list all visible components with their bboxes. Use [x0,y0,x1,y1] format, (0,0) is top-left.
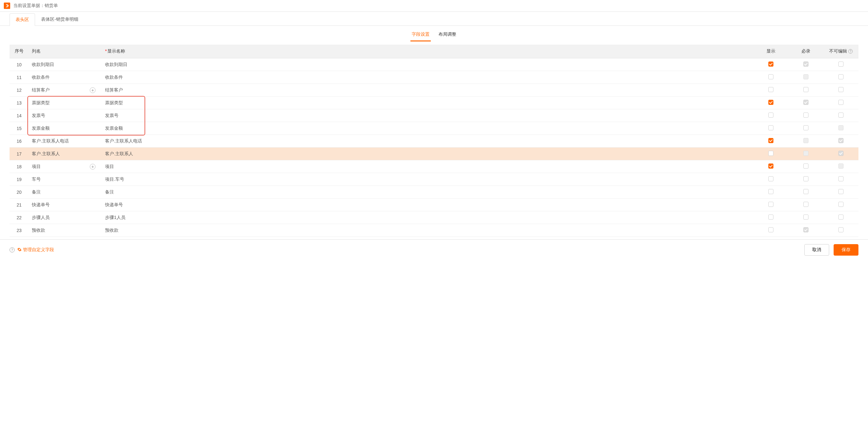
cell-display-name[interactable]: 预收款 [102,224,753,237]
checkbox-readonly[interactable] [838,74,843,79]
cell-display-name[interactable]: 结算客户 [102,84,753,96]
question-icon[interactable]: ? [9,247,14,252]
table-row: 10收款到期日收款到期日 [9,58,859,71]
cell-name: 收款到期日 [29,58,102,71]
manage-custom-fields-link[interactable]: 管理自定义字段 [17,247,54,253]
cell-display-name[interactable]: 票据类型 [102,96,753,109]
cell-required [788,211,824,224]
table-row: 19车号项目.车号 [9,173,859,186]
col-header-seq: 序号 [9,45,29,58]
checkbox-required[interactable] [803,214,808,220]
checkbox-show[interactable] [768,61,773,67]
checkbox-show[interactable] [768,125,773,131]
checkbox-required [803,151,808,156]
checkbox-required[interactable] [803,189,808,194]
checkbox-show[interactable] [768,74,773,79]
table-body: 10收款到期日收款到期日11收款条件收款条件12结算客户+结算客户13票据类型票… [9,58,859,237]
checkbox-readonly[interactable] [838,100,843,105]
cell-readonly [824,135,859,148]
cell-display-name[interactable]: 客户.主联系人 [102,148,753,160]
cell-seq: 23 [9,224,29,237]
outer-tabs: 表头区表体区-销货单明细 [0,13,868,26]
cell-name: 客户.主联系人电话 [29,135,102,148]
cell-required [788,109,824,122]
checkbox-readonly[interactable] [838,214,843,220]
cell-required [788,186,824,199]
cell-show [753,173,788,186]
col-header-show: 显示 [753,45,788,58]
cell-required [788,224,824,237]
table-row: 20备注备注 [9,186,859,199]
cell-readonly [824,96,859,109]
table-wrap: 序号 列名 *显示名称 显示 必录 不可编辑? 10收款到期日收款到期日11收款… [0,41,868,237]
cell-show [753,109,788,122]
add-sub-field-button[interactable]: + [90,87,95,93]
checkbox-required[interactable] [803,202,808,207]
cell-display-name[interactable]: 发票金额 [102,122,753,135]
checkbox-show[interactable] [768,164,773,169]
checkbox-show[interactable] [768,100,773,105]
cell-display-name[interactable]: 备注 [102,186,753,199]
cell-name: 备注 [29,186,102,199]
checkbox-show[interactable] [768,214,773,220]
cell-display-name[interactable]: 项目.车号 [102,173,753,186]
table-row: 16客户.主联系人电话客户.主联系人电话 [9,135,859,148]
cell-readonly [824,58,859,71]
sub-tab-1[interactable]: 布局调整 [437,30,458,41]
cell-display-name[interactable]: 项目 [102,160,753,173]
checkbox-readonly [838,125,843,131]
cell-display-name[interactable]: 发票号 [102,109,753,122]
cell-display-name[interactable]: 收款条件 [102,71,753,84]
cell-readonly [824,122,859,135]
help-icon[interactable]: ? [848,49,853,54]
checkbox-required [803,61,808,67]
checkbox-show[interactable] [768,227,773,232]
checkbox-required[interactable] [803,125,808,131]
checkbox-show[interactable] [768,176,773,181]
checkbox-show[interactable] [768,138,773,143]
col-header-readonly: 不可编辑? [824,45,859,58]
checkbox-show[interactable] [768,202,773,207]
checkbox-readonly[interactable] [838,113,843,118]
cell-display-name[interactable]: 快递单号 [102,199,753,211]
cancel-button[interactable]: 取消 [804,244,829,256]
table-row: 15发票金额发票金额 [9,122,859,135]
cell-display-name[interactable]: 客户.主联系人电话 [102,135,753,148]
checkbox-required [803,138,808,143]
cell-seq: 12 [9,84,29,96]
checkbox-readonly[interactable] [838,202,843,207]
cell-readonly [824,224,859,237]
checkbox-required[interactable] [803,113,808,118]
checkbox-show[interactable] [768,87,773,92]
save-button[interactable]: 保存 [834,244,859,256]
sidebar-expand-button[interactable] [4,3,10,9]
checkbox-readonly[interactable] [838,176,843,181]
cell-name: 预收款 [29,224,102,237]
checkbox-required[interactable] [803,164,808,169]
cell-display-name[interactable]: 步骤1人员 [102,211,753,224]
outer-tab-1[interactable]: 表体区-销货单明细 [35,13,84,26]
checkbox-show[interactable] [768,189,773,194]
cell-display-name[interactable]: 收款到期日 [102,58,753,71]
col-header-display: *显示名称 [102,45,753,58]
cell-seq: 21 [9,199,29,211]
checkbox-required[interactable] [803,87,808,92]
cell-readonly [824,71,859,84]
checkbox-readonly[interactable] [838,87,843,92]
add-sub-field-button[interactable]: + [90,164,95,170]
checkbox-show[interactable] [768,151,773,156]
cell-required [788,96,824,109]
sub-tab-0[interactable]: 字段设置 [410,30,431,41]
cell-required [788,58,824,71]
field-table: 序号 列名 *显示名称 显示 必录 不可编辑? 10收款到期日收款到期日11收款… [9,45,859,237]
cell-seq: 13 [9,96,29,109]
cell-readonly [824,173,859,186]
checkbox-readonly[interactable] [838,189,843,194]
outer-tab-0[interactable]: 表头区 [9,13,35,26]
checkbox-readonly[interactable] [838,61,843,67]
cell-seq: 10 [9,58,29,71]
checkbox-show[interactable] [768,113,773,118]
checkbox-readonly[interactable] [838,227,843,232]
checkbox-required[interactable] [803,176,808,181]
cell-name: 快递单号 [29,199,102,211]
